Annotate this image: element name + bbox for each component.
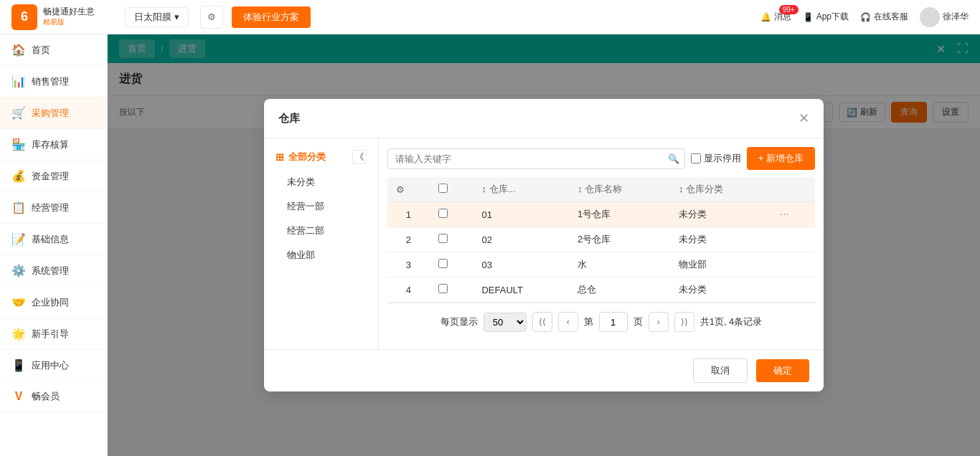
logo-area: 6 畅捷通好生意 精易版 [11,4,119,30]
prev-page-btn[interactable]: ‹ [558,312,578,332]
sidebar-item-basics[interactable]: 📝 基础信息 [0,224,107,255]
row-checkbox[interactable] [438,284,448,293]
table-row[interactable]: 3 03 水 物业部 [387,252,815,277]
category-item-unclassified[interactable]: 未分类 [264,170,378,194]
warehouse-category: 物业部 [670,252,771,277]
sales-icon: 📊 [11,75,26,88]
warehouse-name: 1号仓库 [569,202,670,227]
search-input[interactable] [387,148,685,169]
chevron-down-icon: ▾ [174,11,179,22]
apps-icon: 📱 [11,358,26,372]
name-column-header: ↕ 仓库名称 [569,177,670,202]
add-warehouse-button[interactable]: + 新增仓库 [747,147,815,170]
row-checkbox-cell [430,252,473,277]
warehouse-modal: 仓库 ✕ ⊞ 全部分类 《 未分类 [264,99,824,391]
notifications-badge: 99+ [779,5,798,14]
sidebar-item-purchase[interactable]: 🛒 采购管理 [0,98,107,129]
modal-footer: 取消 确定 [264,349,824,391]
more-btn[interactable]: ··· [780,208,789,220]
modal-close-button[interactable]: ✕ [798,110,809,126]
sidebar-item-enterprise[interactable]: 🤝 企业协同 [0,287,107,318]
sidebar-item-system[interactable]: ⚙️ 系统管理 [0,255,107,287]
company-selector[interactable]: 日太阳膜 ▾ [125,7,189,27]
row-num: 2 [387,227,430,252]
pagination: 每页显示 50 20 100 ⟨⟨ ‹ 第 页 › [387,303,815,341]
first-page-btn[interactable]: ⟨⟨ [532,312,552,332]
table-toolbar: 🔍 显示停用 + 新增仓库 [387,147,815,170]
sidebar-item-inventory[interactable]: 🏪 库存核算 [0,129,107,161]
search-wrap: 🔍 [387,148,685,169]
table-body: 1 01 1号仓库 未分类 ··· [387,202,815,303]
page-number-input[interactable] [599,312,628,332]
row-actions [771,277,815,303]
management-icon: 📋 [11,201,26,214]
system-icon: ⚙️ [11,264,26,277]
logo-text-area: 畅捷通好生意 精易版 [43,6,95,28]
main-layout: 🏠 首页 📊 销售管理 🛒 采购管理 🏪 库存核算 💰 资金管理 📋 经营管理 … [0,34,980,456]
category-column-header: ↕ 仓库分类 [670,177,771,202]
table-row[interactable]: 2 02 2号仓库 未分类 [387,227,815,252]
sidebar-item-vip[interactable]: V 畅会员 [0,381,107,412]
category-item-dept1[interactable]: 经营一部 [264,194,378,219]
sidebar-item-apps[interactable]: 📱 应用中心 [0,350,107,381]
user-menu-btn[interactable]: 徐泽华 [920,7,969,27]
cancel-button[interactable]: 取消 [693,358,748,383]
row-num: 4 [387,277,430,303]
inventory-icon: 🏪 [11,138,26,151]
finance-icon: 💰 [11,169,26,183]
category-all[interactable]: ⊞ 全部分类 《 [264,144,378,170]
warehouse-name: 水 [569,252,670,277]
settings-icon-btn[interactable]: ⚙ [200,6,223,29]
select-all-checkbox[interactable] [438,184,448,193]
app-logo: 6 [11,4,37,30]
last-page-btn[interactable]: ⟩⟩ [674,312,694,332]
warehouse-category: 未分类 [670,277,771,303]
sidebar-item-home[interactable]: 🏠 首页 [0,34,107,66]
per-page-label: 每页显示 [440,315,478,328]
table-row[interactable]: 1 01 1号仓库 未分类 ··· [387,202,815,227]
notifications-btn[interactable]: 🔔 消息 99+ [760,11,791,23]
avatar [920,7,940,27]
sidebar: 🏠 首页 📊 销售管理 🛒 采购管理 🏪 库存核算 💰 资金管理 📋 经营管理 … [0,34,108,456]
edition-badge: 精易版 [43,17,95,27]
company-name-text: 畅捷通好生意 [43,6,95,18]
table-header-row: ⚙ ↕ 仓库... [387,177,815,202]
customer-service-btn[interactable]: 🎧 在线客服 [860,11,908,23]
enterprise-icon: 🤝 [11,295,26,309]
row-num: 3 [387,252,430,277]
show-disabled-checkbox[interactable] [691,153,701,163]
gear-column-header: ⚙ [387,177,430,202]
collapse-panel-btn[interactable]: 《 [352,150,367,164]
category-item-property[interactable]: 物业部 [264,243,378,267]
row-checkbox[interactable] [438,209,448,218]
app-download-btn[interactable]: 📱 App下载 [803,11,849,23]
top-header: 6 畅捷通好生意 精易版 日太阳膜 ▾ ⚙ 体验行业方案 🔔 消息 99+ 📱 … [0,0,980,34]
actions-column-header [771,177,815,202]
page-suffix: 页 [633,315,643,328]
warehouse-code: 03 [473,252,568,277]
table-panel: 🔍 显示停用 + 新增仓库 [379,138,824,349]
per-page-select[interactable]: 50 20 100 [484,313,527,332]
sidebar-item-sales[interactable]: 📊 销售管理 [0,66,107,98]
row-checkbox[interactable] [438,234,448,243]
confirm-button[interactable]: 确定 [756,359,809,382]
row-actions [771,252,815,277]
next-page-btn[interactable]: › [649,312,669,332]
header-right: 🔔 消息 99+ 📱 App下载 🎧 在线客服 徐泽华 [760,7,969,27]
table-row[interactable]: 4 DEFAULT 总仓 未分类 [387,277,815,303]
warehouse-code: DEFAULT [473,277,568,303]
warehouse-code: 02 [473,227,568,252]
page-label: 第 [584,315,593,328]
category-item-dept2[interactable]: 经营二部 [264,219,378,243]
warehouse-name: 总仓 [569,277,670,303]
row-checkbox[interactable] [438,259,448,268]
sidebar-item-finance[interactable]: 💰 资金管理 [0,161,107,192]
code-column-header: ↕ 仓库... [473,177,568,202]
modal-title: 仓库 [278,112,300,125]
sidebar-item-management[interactable]: 📋 经营管理 [0,192,107,224]
sidebar-item-guide[interactable]: 🌟 新手引导 [0,318,107,350]
purchase-icon: 🛒 [11,106,26,120]
modal-body: ⊞ 全部分类 《 未分类 经营一部 经营二部 [264,138,824,349]
trial-button[interactable]: 体验行业方案 [232,6,311,28]
grid-icon: ⊞ [275,151,284,163]
